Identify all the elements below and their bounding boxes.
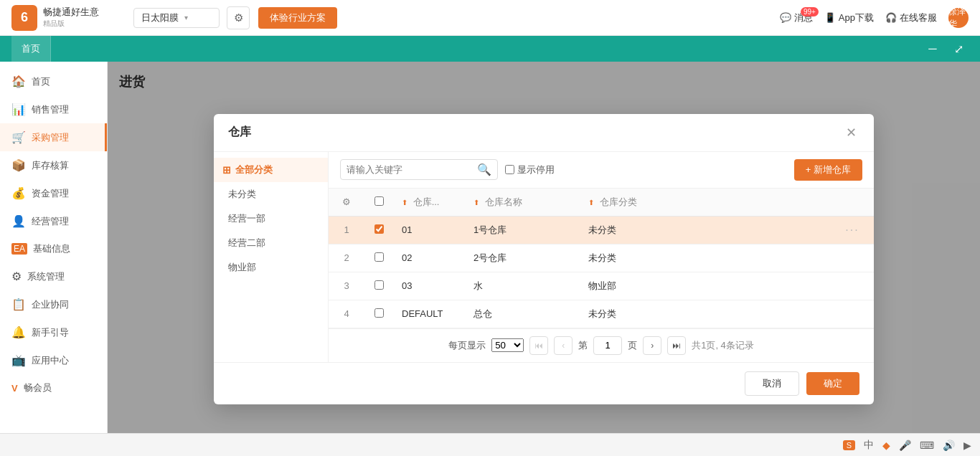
new-warehouse-button[interactable]: + 新增仓库 [794, 159, 862, 181]
row-checkbox[interactable] [374, 224, 384, 234]
category-item-unclassified[interactable]: 未分类 [214, 182, 328, 206]
table-row[interactable]: 1 01 1号仓库 未分类 ··· [329, 216, 874, 244]
category-item-property[interactable]: 物业部 [214, 255, 328, 280]
brand-icon-s: S [843, 440, 855, 450]
bottom-icon-keyboard[interactable]: ⌨ [920, 440, 934, 451]
avatar: 徐泽华 [948, 8, 969, 28]
modal-toolbar: 🔍 显示停用 + 新增仓库 [329, 152, 874, 189]
action-dots-icon[interactable]: ··· [845, 224, 859, 236]
settings-button[interactable]: ⚙ [227, 6, 250, 29]
confirm-button[interactable]: 确定 [806, 372, 859, 395]
category-item-ops1[interactable]: 经营一部 [214, 206, 328, 231]
row-category: 未分类 [580, 216, 831, 244]
maximize-button[interactable]: ⤢ [948, 39, 969, 59]
row-checkbox[interactable] [374, 280, 384, 290]
user-item[interactable]: 徐泽华 [948, 8, 969, 28]
sidebar-item-basic-info[interactable]: EA 基础信息 [0, 235, 107, 262]
sidebar-item-enterprise[interactable]: 📋 企业协同 [0, 290, 107, 318]
page-unit: 页 [628, 339, 637, 352]
modal-close-button[interactable]: ✕ [842, 124, 859, 141]
page-number-input[interactable] [593, 336, 622, 355]
cancel-button[interactable]: 取消 [745, 371, 799, 396]
search-input[interactable] [347, 164, 477, 175]
col-header-check [364, 189, 393, 217]
try-industry-button[interactable]: 体验行业方案 [258, 7, 337, 29]
modal-header: 仓库 ✕ [214, 114, 874, 152]
guide-icon: 🔔 [11, 326, 26, 339]
sidebar-item-purchase[interactable]: 🛒 采购管理 [0, 123, 107, 151]
store-name: 日太阳膜 [141, 11, 179, 24]
col-header-category: ⬆ 仓库分类 [580, 189, 831, 217]
row-checkbox[interactable] [374, 308, 384, 318]
chevron-down-icon: ▾ [184, 14, 188, 22]
second-nav-right: ─ ⤢ [923, 39, 969, 59]
row-action[interactable] [831, 244, 874, 272]
minimize-button[interactable]: ─ [923, 39, 943, 59]
sales-icon: 📊 [11, 103, 26, 116]
row-action[interactable] [831, 272, 874, 300]
nav-item-home[interactable]: 首页 [11, 36, 51, 62]
sidebar-item-system-label: 系统管理 [27, 270, 65, 283]
sidebar-item-home[interactable]: 🏠 首页 [0, 67, 107, 95]
page-next-button[interactable]: › [643, 336, 661, 355]
page-first-button[interactable]: ⏮ [529, 336, 548, 355]
modal-right-panel: 🔍 显示停用 + 新增仓库 [329, 152, 874, 362]
table-row[interactable]: 2 02 2号仓库 未分类 [329, 244, 874, 272]
row-action[interactable]: ··· [831, 216, 874, 244]
sidebar-item-operations-label: 经营管理 [32, 215, 69, 228]
sidebar-item-inventory[interactable]: 📦 库存核算 [0, 151, 107, 179]
sidebar-item-app-center[interactable]: 📺 应用中心 [0, 346, 107, 374]
sidebar-item-membership[interactable]: V 畅会员 [0, 374, 107, 402]
warehouse-modal: 仓库 ✕ ⊞ 全部分类 《 未分类 经营一部 [214, 114, 874, 404]
collapse-panel-button[interactable]: 《 [328, 161, 329, 182]
system-icon: ⚙ [11, 270, 22, 283]
row-action[interactable] [831, 300, 874, 328]
warehouse-table: ⚙ ⬆ 仓库... [329, 189, 874, 328]
store-selector[interactable]: 日太阳膜 ▾ [133, 8, 220, 28]
category-header-label: 全部分类 [235, 163, 273, 176]
col-header-action [831, 189, 874, 217]
select-all-checkbox[interactable] [374, 196, 384, 206]
modal-pagination: 每页显示 10 20 50 100 ⏮ ‹ 第 页 [329, 328, 874, 362]
app-download-item[interactable]: 📱 App下载 [824, 11, 874, 24]
page-size-label: 每页显示 [448, 339, 486, 352]
table-row[interactable]: 3 03 水 物业部 [329, 272, 874, 300]
bottom-icon-chinese[interactable]: 中 [864, 439, 874, 452]
page-last-button[interactable]: ⏭ [667, 336, 686, 355]
notifications-item[interactable]: 💬 99+ 消息 [780, 11, 813, 24]
sidebar-item-basic-info-label: 基础信息 [33, 242, 70, 255]
row-checkbox-cell[interactable] [364, 244, 393, 272]
table-row[interactable]: 4 DEFAULT 总仓 未分类 [329, 300, 874, 328]
search-icon[interactable]: 🔍 [477, 163, 491, 176]
bottom-icon-speaker[interactable]: 🔊 [943, 440, 955, 451]
sidebar-item-purchase-label: 采购管理 [32, 131, 69, 144]
bottom-bar: S 中 ◆ 🎤 ⌨ 🔊 ▶ [0, 433, 980, 456]
sidebar-item-finance-label: 资金管理 [32, 187, 69, 200]
category-header[interactable]: ⊞ 全部分类 [214, 158, 328, 182]
sidebar-item-membership-label: 畅会员 [24, 381, 52, 394]
row-checkbox-cell[interactable] [364, 216, 393, 244]
row-checkbox-cell[interactable] [364, 300, 393, 328]
row-checkbox[interactable] [374, 252, 384, 262]
sidebar-item-operations[interactable]: 👤 经营管理 [0, 207, 107, 235]
col-header-name: ⬆ 仓库名称 [465, 189, 580, 217]
show-disabled-checkbox[interactable] [505, 165, 514, 174]
row-code: 03 [393, 272, 465, 300]
inventory-icon: 📦 [11, 158, 26, 172]
bottom-icon-dot[interactable]: ◆ [882, 440, 890, 451]
category-item-ops2[interactable]: 经营二部 [214, 231, 328, 255]
customer-service-item[interactable]: 🎧 在线客服 [885, 11, 937, 24]
sidebar-item-guide[interactable]: 🔔 新手引导 [0, 318, 107, 346]
sidebar-item-system[interactable]: ⚙ 系统管理 [0, 262, 107, 290]
user-name: 徐泽华 [948, 6, 969, 30]
page-prev-button[interactable]: ‹ [554, 336, 573, 355]
sidebar-item-finance[interactable]: 💰 资金管理 [0, 179, 107, 207]
operations-icon: 👤 [11, 214, 26, 228]
show-disabled-label[interactable]: 显示停用 [505, 163, 555, 176]
bottom-icon-mic[interactable]: 🎤 [899, 440, 911, 451]
sidebar-item-sales[interactable]: 📊 销售管理 [0, 95, 107, 123]
bottom-icon-play[interactable]: ▶ [963, 440, 971, 451]
phone-icon: 📱 [824, 12, 836, 23]
row-checkbox-cell[interactable] [364, 272, 393, 300]
page-size-select[interactable]: 10 20 50 100 [491, 338, 524, 352]
